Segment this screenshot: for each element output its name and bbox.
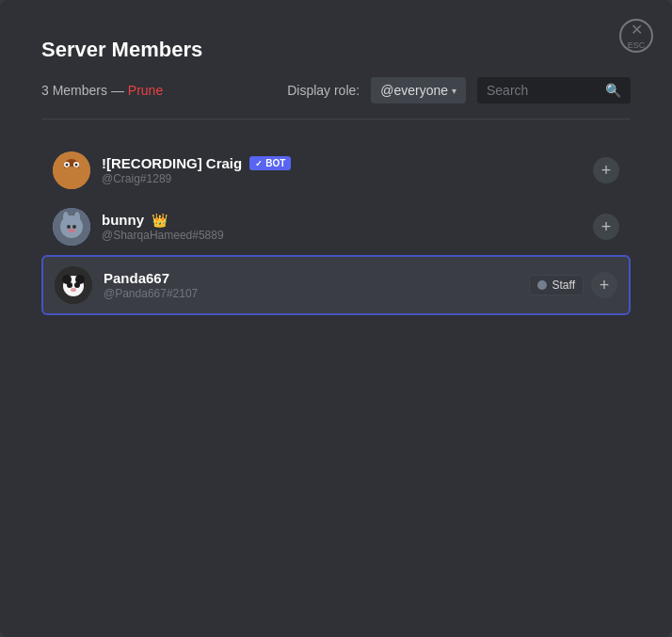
- role-dot: [537, 280, 547, 290]
- role-badge: Staff: [529, 275, 584, 295]
- members-list: ![RECORDING] Craig ✓ BOT @Craig#1289 +: [41, 142, 631, 315]
- member-tag: @Craig#1289: [102, 172, 582, 185]
- server-members-modal: ✕ ESC Server Members 3 Members — Prune D…: [0, 0, 672, 637]
- members-count: 3 Members — Prune: [41, 83, 163, 98]
- checkmark-icon: ✓: [255, 159, 263, 168]
- add-role-button[interactable]: +: [591, 272, 617, 298]
- member-tag: @SharqaHameed#5889: [102, 229, 582, 242]
- svg-point-6: [60, 167, 83, 182]
- member-name: Panda667: [104, 270, 169, 286]
- member-name: bunny: [102, 212, 144, 228]
- search-input[interactable]: [487, 83, 600, 98]
- svg-point-9: [63, 212, 69, 223]
- prune-link[interactable]: Prune: [128, 83, 163, 98]
- role-label: Staff: [552, 279, 575, 292]
- member-row-selected[interactable]: Panda667 @Panda667#2107 Staff +: [41, 255, 631, 315]
- close-button[interactable]: ✕ ESC: [619, 19, 653, 53]
- svg-point-13: [68, 229, 75, 232]
- member-tag: @Panda667#2107: [104, 287, 518, 300]
- svg-point-19: [74, 282, 80, 288]
- avatar: [53, 208, 90, 246]
- svg-point-18: [67, 282, 72, 288]
- page-title: Server Members: [41, 38, 631, 62]
- crown-icon: 👑: [152, 213, 168, 228]
- member-info: bunny 👑 @SharqaHameed#5889: [102, 212, 582, 242]
- member-name: ![RECORDING] Craig: [102, 155, 242, 171]
- search-bar: 🔍: [477, 77, 631, 104]
- member-info: Panda667 @Panda667#2107: [104, 270, 518, 300]
- chevron-down-icon: ▾: [452, 86, 456, 96]
- display-role-label: Display role:: [287, 83, 360, 98]
- bot-badge: ✓ BOT: [249, 156, 291, 170]
- svg-point-12: [72, 225, 76, 229]
- svg-point-20: [71, 288, 76, 292]
- member-actions: +: [593, 157, 619, 183]
- member-name-row: bunny 👑: [102, 212, 582, 228]
- esc-label: ESC: [628, 41, 646, 50]
- add-role-button[interactable]: +: [593, 214, 619, 240]
- avatar: [55, 266, 92, 304]
- svg-point-4: [66, 164, 69, 167]
- search-icon: 🔍: [605, 83, 621, 98]
- svg-point-11: [67, 225, 71, 229]
- svg-point-5: [75, 164, 78, 167]
- add-role-button[interactable]: +: [593, 157, 619, 183]
- member-actions: Staff +: [529, 272, 617, 298]
- toolbar: 3 Members — Prune Display role: @everyon…: [41, 77, 631, 119]
- member-actions: +: [593, 214, 619, 240]
- member-name-row: Panda667: [104, 270, 518, 286]
- member-name-row: ![RECORDING] Craig ✓ BOT: [102, 155, 582, 171]
- member-info: ![RECORDING] Craig ✓ BOT @Craig#1289: [102, 155, 582, 185]
- role-dropdown[interactable]: @everyone ▾: [371, 77, 466, 104]
- member-row[interactable]: bunny 👑 @SharqaHameed#5889 +: [41, 199, 631, 255]
- close-icon: ✕: [631, 23, 643, 38]
- svg-point-10: [74, 212, 80, 223]
- avatar: [53, 151, 90, 189]
- member-row[interactable]: ![RECORDING] Craig ✓ BOT @Craig#1289 +: [41, 142, 631, 199]
